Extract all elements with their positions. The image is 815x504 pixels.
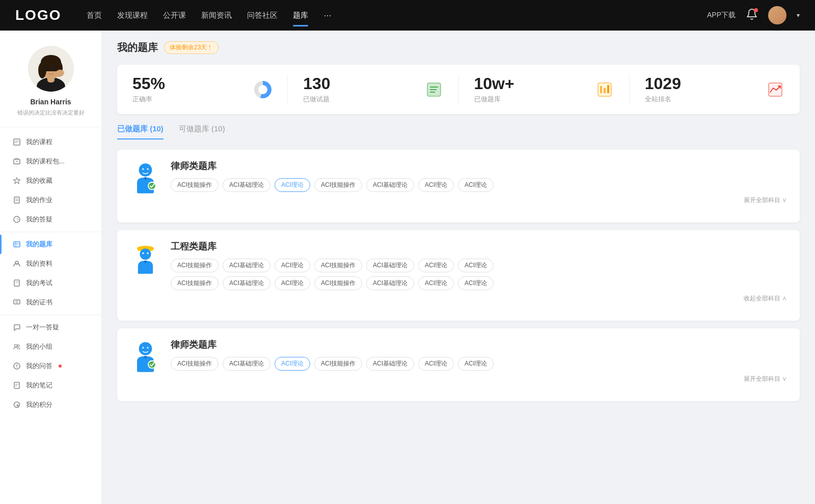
tag-3-6[interactable]: ACI理论	[458, 357, 494, 371]
sidebar-label-favorites: 我的收藏	[26, 176, 52, 185]
svg-rect-35	[14, 382, 19, 388]
tab-available[interactable]: 可做题库 (10)	[179, 124, 225, 139]
tag-1-0[interactable]: ACI技能操作	[171, 178, 219, 192]
app-download-link[interactable]: APP下载	[707, 11, 736, 20]
group-icon	[13, 343, 21, 351]
tag-1-2[interactable]: ACI理论	[275, 178, 310, 192]
tag-1-5[interactable]: ACI理论	[418, 178, 454, 192]
tag-1-4[interactable]: ACI基础理论	[366, 178, 414, 192]
sidebar-item-favorites[interactable]: 我的收藏	[0, 171, 101, 190]
sidebar-label-homework: 我的作业	[26, 195, 52, 205]
svg-point-30	[15, 345, 17, 347]
tag-2r2-2[interactable]: ACI理论	[275, 276, 310, 290]
sidebar-item-profile[interactable]: 我的资料	[0, 254, 101, 273]
sidebar-item-my-course[interactable]: 我的课程	[0, 132, 101, 152]
stat-accuracy: 55% 正确率	[117, 75, 288, 104]
engineer-figure-icon	[131, 242, 159, 275]
qbank-title-2: 工程类题库	[171, 240, 787, 253]
logo[interactable]: LOGO	[15, 7, 61, 23]
sidebar-item-qbank[interactable]: 我的题库	[0, 235, 101, 254]
tab-done[interactable]: 已做题库 (10)	[117, 124, 164, 139]
qbank-tags-2: ACI技能操作 ACI基础理论 ACI理论 ACI技能操作 ACI基础理论 AC…	[171, 259, 787, 290]
qbank-icon-lawyer	[130, 160, 160, 195]
tag-3-3[interactable]: ACI技能操作	[314, 357, 362, 371]
expand-link-1[interactable]: 展开全部科目 ∨	[171, 196, 787, 205]
sidebar-item-homework[interactable]: 我的作业	[0, 190, 101, 210]
svg-point-9	[53, 68, 56, 71]
stat-bdone-value: 10w+	[474, 75, 589, 93]
tag-2-5[interactable]: ACI理论	[418, 259, 454, 272]
answer-notification-dot	[59, 365, 62, 368]
stat-bdone-icon	[595, 80, 614, 99]
tag-3-4[interactable]: ACI基础理论	[366, 357, 414, 371]
sidebar-item-notes[interactable]: 我的笔记	[0, 376, 101, 395]
sidebar-item-exam[interactable]: 我的考试	[0, 273, 101, 293]
nav-qa[interactable]: 问答社区	[247, 9, 278, 22]
tag-2r2-6[interactable]: ACI理论	[458, 276, 494, 290]
tag-3-5[interactable]: ACI理论	[418, 357, 454, 371]
svg-point-61	[142, 252, 144, 254]
sidebar-menu: 我的课程 我的课程包... 我的收藏 我的作业	[0, 132, 101, 414]
user-avatar[interactable]	[768, 6, 786, 24]
profile-avatar-wrap	[28, 46, 74, 92]
tag-2r2-1[interactable]: ACI基础理论	[223, 276, 270, 290]
sidebar-item-course-pack[interactable]: 我的课程包...	[0, 152, 101, 171]
lawyer-figure-icon-2	[131, 340, 159, 373]
stat-qdone-label: 已做试题	[303, 95, 418, 104]
stat-accuracy-icon	[254, 80, 272, 99]
nav-home[interactable]: 首页	[87, 9, 102, 22]
expand-link-3[interactable]: 展开全部科目 ∨	[171, 375, 787, 383]
qbank-card-lawyer-1: 律师类题库 ACI技能操作 ACI基础理论 ACI理论 ACI技能操作 ACI基…	[117, 150, 800, 222]
stat-qdone-icon	[425, 80, 443, 99]
notification-bell[interactable]	[746, 8, 758, 22]
svg-rect-7	[42, 62, 60, 71]
tag-2-4[interactable]: ACI基础理论	[366, 259, 414, 272]
tag-2-0[interactable]: ACI技能操作	[171, 259, 219, 272]
nav-discover[interactable]: 发现课程	[117, 9, 148, 22]
tag-3-1[interactable]: ACI基础理论	[223, 357, 270, 371]
tag-2r2-3[interactable]: ACI技能操作	[314, 276, 362, 290]
sidebar-item-group[interactable]: 我的小组	[0, 337, 101, 356]
nav-more[interactable]: ···	[323, 10, 331, 21]
sidebar-item-points[interactable]: ★ 我的积分	[0, 395, 101, 414]
nav-news[interactable]: 新闻资讯	[201, 9, 232, 22]
tag-2-3[interactable]: ACI技能操作	[314, 259, 362, 272]
tabs: 已做题库 (10) 可做题库 (10)	[117, 124, 800, 139]
nav-open-course[interactable]: 公开课	[163, 9, 186, 22]
cert-icon	[13, 298, 21, 306]
qbank-tags-3: ACI技能操作 ACI基础理论 ACI理论 ACI技能操作 ACI基础理论 AC…	[171, 357, 787, 371]
tag-2r2-0[interactable]: ACI技能操作	[171, 276, 219, 290]
tag-2r2-5[interactable]: ACI理论	[418, 276, 454, 290]
tag-2-6[interactable]: ACI理论	[458, 259, 494, 272]
svg-point-53	[139, 163, 152, 177]
tag-2-2[interactable]: ACI理论	[275, 259, 310, 272]
sidebar-item-answer[interactable]: 我的问答	[0, 356, 101, 376]
page-header: 我的题库 体验剩余23天！	[117, 41, 800, 54]
tag-1-1[interactable]: ACI基础理论	[223, 178, 270, 192]
sidebar-item-one-on-one[interactable]: 一对一答疑	[0, 318, 101, 337]
collapse-link-2[interactable]: 收起全部科目 ∧	[171, 294, 787, 303]
tag-3-2[interactable]: ACI理论	[275, 357, 310, 371]
svg-point-54	[142, 168, 144, 170]
course-icon	[13, 138, 21, 146]
sidebar-item-cert[interactable]: 我的证书	[0, 293, 101, 312]
sidebar-item-qa[interactable]: ? 我的答疑	[0, 210, 101, 229]
user-dropdown-arrow[interactable]: ▾	[797, 12, 800, 19]
points-icon: ★	[13, 401, 21, 409]
tag-2-1[interactable]: ACI基础理论	[223, 259, 270, 272]
question-icon: ?	[13, 215, 21, 223]
tag-2r2-4[interactable]: ACI基础理论	[366, 276, 414, 290]
sidebar-label-course-pack: 我的课程包...	[26, 157, 65, 166]
tag-1-3[interactable]: ACI技能操作	[314, 178, 362, 192]
svg-rect-22	[14, 242, 20, 247]
nav-qbank[interactable]: 题库	[293, 9, 308, 22]
sidebar-label-notes: 我的笔记	[26, 381, 52, 390]
notification-dot	[754, 8, 758, 12]
svg-point-55	[147, 168, 149, 170]
stat-questions-done: 130 已做试题	[288, 75, 458, 104]
sidebar-label-points: 我的积分	[26, 400, 52, 409]
tag-3-0[interactable]: ACI技能操作	[171, 357, 219, 371]
tag-1-6[interactable]: ACI理论	[458, 178, 494, 192]
stat-rank-value: 1029	[645, 75, 760, 93]
navbar-right: APP下载 ▾	[707, 6, 800, 24]
